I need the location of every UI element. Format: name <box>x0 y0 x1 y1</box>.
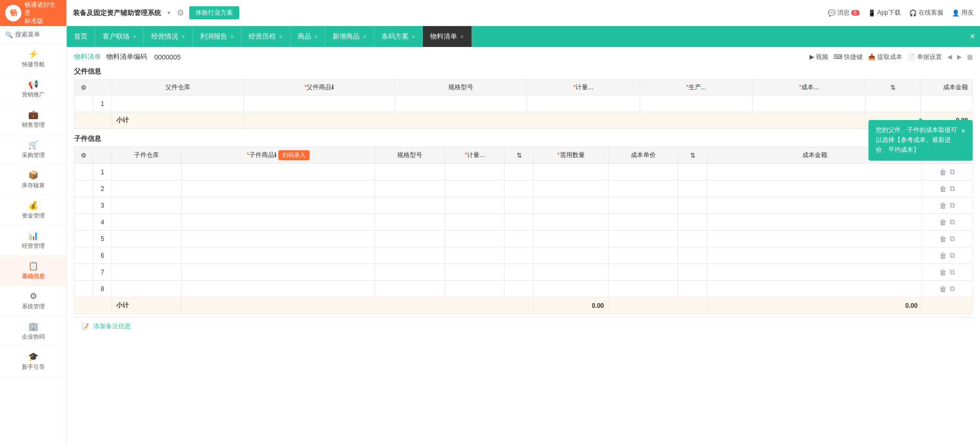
child-row-unit-price-7[interactable] <box>608 264 678 281</box>
grid-view-icon[interactable]: ▦ <box>967 53 973 61</box>
delete-icon-2[interactable]: 🗑 <box>939 185 947 193</box>
tab-history-close[interactable]: × <box>279 33 282 40</box>
copy-icon-5[interactable]: ⧉ <box>950 234 955 243</box>
child-row-spec-5[interactable] <box>375 231 445 247</box>
parent-row-cost-type[interactable] <box>753 95 866 112</box>
child-row-unit-8[interactable] <box>445 281 505 297</box>
delete-icon-4[interactable]: 🗑 <box>939 218 947 226</box>
child-row-qty-8[interactable] <box>534 281 609 297</box>
copy-icon-1[interactable]: ⧉ <box>950 167 955 176</box>
child-row-goods-8[interactable] <box>181 281 375 297</box>
sidebar-item-sales[interactable]: 💼 销售管理 <box>0 104 66 135</box>
child-row-unit-4[interactable] <box>445 214 505 231</box>
sidebar-item-system[interactable]: ⚙ 系统管理 <box>0 286 66 316</box>
child-row-unit-3[interactable] <box>445 197 505 214</box>
scan-input-btn[interactable]: 扫码录入 <box>278 150 310 160</box>
copy-icon-2[interactable]: ⧉ <box>950 184 955 193</box>
copy-icon-8[interactable]: ⧉ <box>950 284 955 293</box>
breadcrumb-parent[interactable]: 物料清单 <box>74 52 101 62</box>
single-settings-btn[interactable]: 📄 单据设置 <box>908 53 942 62</box>
child-row-spec-2[interactable] <box>375 181 445 197</box>
child-row-unit-price-6[interactable] <box>608 247 678 264</box>
tab-goods-close[interactable]: × <box>314 33 317 40</box>
tab-business-close[interactable]: × <box>181 33 185 40</box>
child-row-goods-5[interactable] <box>181 231 375 247</box>
child-row-warehouse-6[interactable] <box>112 247 182 264</box>
tab-new-goods[interactable]: 新增商品 × <box>325 26 374 47</box>
tab-bom[interactable]: 物料清单 × <box>423 26 471 47</box>
sidebar-item-finance[interactable]: 💰 资金管理 <box>0 195 66 225</box>
tab-business[interactable]: 经营情况 × <box>144 26 192 47</box>
tab-close-all[interactable]: × <box>965 32 980 41</box>
sidebar-item-inventory[interactable]: 📦 库存核算 <box>0 165 66 195</box>
child-row-warehouse-3[interactable] <box>112 197 182 214</box>
child-row-unit-price-3[interactable] <box>608 197 678 214</box>
child-row-qty-2[interactable] <box>534 181 609 197</box>
tab-profit[interactable]: 利润报告 × <box>193 26 241 47</box>
sidebar-item-marketing[interactable]: 📢 营销推广 <box>0 74 66 104</box>
shortcut-btn[interactable]: ⌨ 快捷键 <box>834 53 863 62</box>
child-row-goods-6[interactable] <box>181 247 375 264</box>
child-row-qty-3[interactable] <box>534 197 609 214</box>
child-row-warehouse-2[interactable] <box>112 181 182 197</box>
delete-icon-6[interactable]: 🗑 <box>939 251 947 260</box>
app-download-btn[interactable]: 📱 App下载 <box>868 8 901 17</box>
tab-history[interactable]: 经营历程 × <box>241 26 290 47</box>
view-btn[interactable]: ▶ 视频 <box>810 53 828 62</box>
delete-icon-3[interactable]: 🗑 <box>939 201 947 210</box>
child-row-unit-5[interactable] <box>445 231 505 247</box>
tab-barcode-close[interactable]: × <box>412 33 415 40</box>
nav-next-icon[interactable]: ▶ <box>957 53 962 61</box>
child-row-spec-8[interactable] <box>375 281 445 297</box>
child-row-goods-3[interactable] <box>181 197 375 214</box>
child-row-warehouse-4[interactable] <box>112 214 182 231</box>
child-row-spec-1[interactable] <box>375 164 445 181</box>
parent-row-goods[interactable] <box>243 95 395 112</box>
sidebar-item-basic-info[interactable]: 📋 基础信息 <box>0 256 66 286</box>
child-row-unit-1[interactable] <box>445 164 505 181</box>
child-row-qty-7[interactable] <box>534 264 609 281</box>
child-row-goods-4[interactable] <box>181 214 375 231</box>
tab-customer-close[interactable]: × <box>133 33 136 40</box>
tab-customer[interactable]: 客户联络 × <box>95 26 144 47</box>
child-row-goods-2[interactable] <box>181 181 375 197</box>
tab-goods[interactable]: 商品 × <box>290 26 325 47</box>
child-row-spec-4[interactable] <box>375 214 445 231</box>
parent-row-warehouse[interactable] <box>112 95 244 112</box>
sidebar-item-guide[interactable]: 🎓 新手引导 <box>0 346 66 377</box>
child-row-warehouse-5[interactable] <box>112 231 182 247</box>
child-row-spec-3[interactable] <box>375 197 445 214</box>
settings-icon[interactable]: ⚙ <box>177 8 184 18</box>
child-row-warehouse-1[interactable] <box>112 164 182 181</box>
online-service-btn[interactable]: 🎧 在线客服 <box>909 8 944 17</box>
child-row-qty-1[interactable] <box>534 164 609 181</box>
sidebar-item-enterprise[interactable]: 🏢 企业协同 <box>0 316 66 346</box>
tab-new-goods-close[interactable]: × <box>363 33 366 40</box>
child-row-goods-7[interactable] <box>181 264 375 281</box>
child-row-qty-4[interactable] <box>534 214 609 231</box>
tooltip-close-btn[interactable]: × <box>961 125 965 137</box>
child-row-unit-price-2[interactable] <box>608 181 678 197</box>
copy-icon-7[interactable]: ⧉ <box>950 268 955 277</box>
delete-icon-7[interactable]: 🗑 <box>939 268 947 277</box>
delete-icon-1[interactable]: 🗑 <box>939 168 947 176</box>
child-row-unit-price-5[interactable] <box>608 231 678 247</box>
child-row-spec-7[interactable] <box>375 264 445 281</box>
system-dropdown-icon[interactable]: ▼ <box>166 10 172 16</box>
child-row-qty-6[interactable] <box>534 247 609 264</box>
copy-icon-6[interactable]: ⧉ <box>950 251 955 260</box>
nav-prev-icon[interactable]: ◀ <box>947 53 952 61</box>
parent-row-produce[interactable] <box>640 95 753 112</box>
copy-icon-3[interactable]: ⧉ <box>950 201 955 210</box>
sidebar-item-quick-nav[interactable]: ⚡ 快捷导航 <box>0 44 66 74</box>
child-row-unit-price-1[interactable] <box>608 164 678 181</box>
tab-home[interactable]: 首页 <box>67 26 95 47</box>
copy-icon-4[interactable]: ⧉ <box>950 218 955 226</box>
tab-bom-close[interactable]: × <box>460 33 463 40</box>
child-row-unit-7[interactable] <box>445 264 505 281</box>
message-btn[interactable]: 💬 消息 6 <box>828 8 860 17</box>
delete-icon-5[interactable]: 🗑 <box>939 235 947 243</box>
child-row-unit-price-4[interactable] <box>608 214 678 231</box>
child-row-goods-1[interactable] <box>181 164 375 181</box>
tab-profit-close[interactable]: × <box>230 33 234 40</box>
